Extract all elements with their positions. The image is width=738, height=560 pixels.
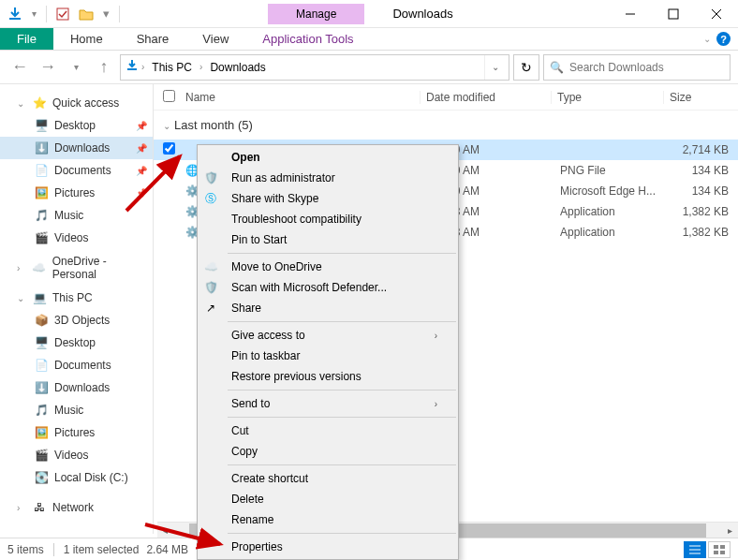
qat-folder-icon[interactable] (79, 7, 94, 21)
help-icon[interactable]: ? (716, 32, 731, 46)
qat-overflow[interactable]: ▾ (103, 7, 110, 21)
application-tools-tab[interactable]: Application Tools (245, 28, 370, 50)
row-checkbox[interactable] (163, 142, 185, 157)
minimize-button[interactable] (609, 0, 652, 28)
refresh-button[interactable]: ↻ (513, 54, 539, 81)
sidebar-item-pictures[interactable]: 🖼️Pictures📌 (0, 182, 153, 204)
ctx-rename[interactable]: Rename (226, 509, 456, 530)
separator (228, 464, 456, 465)
details-view-button[interactable] (684, 541, 706, 558)
ctx-scan-defender[interactable]: 🛡️Scan with Microsoft Defender... (226, 277, 456, 298)
chevron-right-icon: › (435, 331, 437, 341)
label: Network (52, 501, 94, 514)
ctx-pin-start[interactable]: Pin to Start (226, 229, 456, 250)
nav-recent-button[interactable]: ▾ (64, 55, 88, 80)
sidebar-item-downloads[interactable]: ⬇️Downloads📌 (0, 137, 153, 159)
sidebar-item-documents[interactable]: 📄Documents📌 (0, 159, 153, 182)
sidebar-item-music-pc[interactable]: 🎵Music (0, 399, 153, 421)
navigation-pane[interactable]: ⌄⭐Quick access 🖥️Desktop📌 ⬇️Downloads📌 📄… (0, 84, 154, 534)
separator (53, 543, 54, 556)
sidebar-this-pc[interactable]: ⌄💻This PC (0, 287, 153, 309)
qat-download-icon[interactable] (7, 7, 22, 22)
file-tab[interactable]: File (0, 28, 53, 50)
share-tab[interactable]: Share (120, 28, 186, 50)
documents-icon: 📄 (34, 358, 49, 373)
music-icon: 🎵 (34, 208, 49, 223)
ctx-give-access[interactable]: Give access to› (226, 325, 456, 346)
breadcrumb[interactable]: › This PC › Downloads ⌄ (120, 54, 509, 81)
nav-back-button[interactable]: ← (7, 55, 32, 80)
sidebar-item-videos-pc[interactable]: 🎬Videos (0, 444, 153, 466)
caret-down-icon: ⌄ (703, 34, 711, 44)
ctx-share[interactable]: ↗Share (226, 298, 456, 318)
label: OneDrive - Personal (52, 255, 153, 281)
download-icon: ⬇️ (34, 140, 49, 155)
group-header[interactable]: ⌄Last month (5) (154, 111, 738, 140)
qat-checkbox-icon[interactable] (56, 7, 69, 21)
ctx-pin-taskbar[interactable]: Pin to taskbar (226, 346, 456, 366)
sidebar-item-videos[interactable]: 🎬Videos (0, 227, 153, 249)
ctx-open[interactable]: Open (226, 147, 456, 168)
music-icon: 🎵 (34, 403, 49, 418)
thumbnails-view-button[interactable] (708, 541, 731, 558)
sidebar-quick-access[interactable]: ⌄⭐Quick access (0, 92, 153, 114)
ctx-move-onedrive[interactable]: ☁️Move to OneDrive (226, 257, 456, 277)
ctx-send-to[interactable]: Send to› (226, 393, 456, 414)
col-date[interactable]: Date modified (420, 91, 551, 104)
ctx-restore-versions[interactable]: Restore previous versions (226, 366, 456, 387)
separator (46, 6, 47, 22)
ribbon-collapse[interactable]: ⌄ ? (703, 28, 731, 50)
manage-tab[interactable]: Manage (268, 4, 364, 24)
search-input[interactable] (569, 61, 724, 74)
separator (228, 321, 456, 322)
file-size: 1,382 KB (672, 205, 738, 218)
maximize-button[interactable] (652, 0, 695, 28)
label: Music (54, 209, 83, 222)
documents-icon: 📄 (34, 163, 49, 178)
close-button[interactable] (695, 0, 738, 28)
home-tab[interactable]: Home (53, 28, 120, 50)
ctx-share-skype[interactable]: ⓈShare with Skype (226, 188, 456, 209)
sidebar-item-3d-objects[interactable]: 📦3D Objects (0, 309, 153, 332)
col-size[interactable]: Size (663, 91, 729, 104)
chevron-down-icon[interactable]: ▾ (32, 8, 37, 19)
sidebar-item-documents-pc[interactable]: 📄Documents (0, 354, 153, 376)
select-all-checkbox[interactable] (163, 90, 185, 105)
nav-up-button[interactable]: ↑ (92, 55, 116, 80)
col-name[interactable]: Name (185, 91, 420, 104)
view-tab[interactable]: View (185, 28, 245, 50)
sidebar-item-downloads-pc[interactable]: ⬇️Downloads (0, 376, 153, 399)
ctx-create-shortcut[interactable]: Create shortcut (226, 468, 456, 489)
ctx-delete[interactable]: Delete (226, 489, 456, 509)
window-controls (609, 0, 738, 28)
chevron-right-icon[interactable]: › (199, 62, 202, 72)
videos-icon: 🎬 (34, 448, 49, 463)
sidebar-item-desktop-pc[interactable]: 🖥️Desktop (0, 332, 153, 354)
scroll-left-button[interactable]: ◂ (157, 525, 173, 536)
ctx-properties[interactable]: Properties (226, 537, 456, 557)
file-size: 134 KB (672, 184, 738, 198)
pin-icon: 📌 (136, 143, 147, 154)
ctx-run-as-admin[interactable]: 🛡️Run as administrator (226, 168, 456, 188)
scroll-right-button[interactable]: ▸ (722, 525, 738, 536)
ctx-troubleshoot[interactable]: Troubleshoot compatibility (226, 209, 456, 229)
nav-forward-button[interactable]: → (36, 55, 60, 80)
breadcrumb-downloads[interactable]: Downloads (204, 61, 271, 74)
breadcrumb-dropdown[interactable]: ⌄ (484, 55, 505, 80)
download-icon: ⬇️ (34, 380, 49, 395)
sidebar-item-desktop[interactable]: 🖥️Desktop📌 (0, 114, 153, 137)
sidebar-item-pictures-pc[interactable]: 🖼️Pictures (0, 421, 153, 444)
sidebar-item-music[interactable]: 🎵Music (0, 204, 153, 227)
context-menu: Open 🛡️Run as administrator ⓈShare with … (197, 144, 459, 560)
sidebar-onedrive[interactable]: ›☁️OneDrive - Personal (0, 257, 153, 279)
status-selected-size: 2.64 MB (146, 543, 188, 556)
sidebar-item-local-disk[interactable]: 💽Local Disk (C:) (0, 466, 153, 489)
col-type[interactable]: Type (551, 91, 663, 104)
ctx-cut[interactable]: Cut (226, 420, 456, 441)
sidebar-network[interactable]: ›🖧Network (0, 496, 153, 519)
ctx-copy[interactable]: Copy (226, 441, 456, 462)
shield-icon: 🛡️ (201, 169, 220, 187)
search-box[interactable]: 🔍 (543, 54, 731, 81)
breadcrumb-this-pc[interactable]: This PC (146, 61, 198, 74)
chevron-right-icon[interactable]: › (141, 62, 144, 72)
